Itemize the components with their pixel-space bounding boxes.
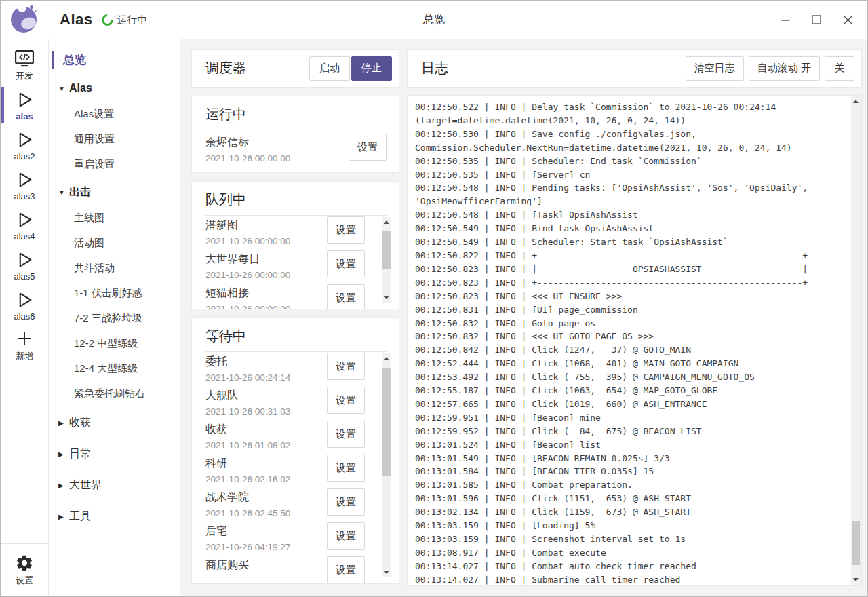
log-line: 00:13:14.027 | INFO | Submarine call tim… bbox=[415, 573, 842, 585]
task-setting-button[interactable]: 设置 bbox=[327, 250, 365, 277]
sidebar-item-alas5[interactable]: alas5 bbox=[1, 245, 48, 285]
menu-item-map-12-2[interactable]: 12-2 中型练级 bbox=[49, 331, 180, 356]
autoscroll-off-button[interactable]: 关 bbox=[825, 56, 854, 81]
log-line: 'OpsiMeowfficerFarming'] bbox=[415, 195, 842, 208]
task-setting-button[interactable]: 设置 bbox=[327, 522, 365, 550]
sidebar-item-alas[interactable]: alas bbox=[1, 85, 48, 125]
app-window: Alas 运行中 总览 开发alasalas2alas3alas4alas5al… bbox=[0, 0, 868, 597]
menu-item-group-combat[interactable]: ▼出击 bbox=[49, 178, 180, 206]
scroll-down-arrow-icon[interactable] bbox=[382, 292, 391, 303]
scrollbar-thumb[interactable] bbox=[382, 231, 391, 269]
task-name: 潜艇图 bbox=[205, 218, 327, 233]
log-line: 00:12:50.548 | INFO | [Task] OpsiAshAssi… bbox=[415, 208, 842, 222]
scheduler-section-2: 等待中委托2021-10-26 00:24:14设置大舰队2021-10-26 … bbox=[191, 317, 399, 584]
sidebar-item-settings[interactable]: 设置 bbox=[1, 550, 48, 590]
play-icon bbox=[14, 129, 35, 151]
task-row: 商店购买设置 bbox=[205, 556, 365, 583]
sidebar-item-alas6[interactable]: alas6 bbox=[1, 285, 48, 325]
menu-sidebar: 总览▼AlasAlas设置通用设置重启设置▼出击主线图活动图共斗活动1-1 伏击… bbox=[49, 39, 180, 596]
sidebar-item-label: 新增 bbox=[16, 350, 33, 362]
task-name: 后宅 bbox=[205, 524, 327, 539]
sidebar-item-alas3[interactable]: alas3 bbox=[1, 165, 48, 205]
task-list: 委托2021-10-26 00:24:14设置大舰队2021-10-26 00:… bbox=[205, 353, 365, 583]
task-next-run-time: 2021-10-26 00:31:03 bbox=[205, 406, 327, 417]
log-line: 00:12:50.549 | INFO | Scheduler: Start t… bbox=[415, 235, 842, 249]
menu-item-group-os[interactable]: ▶大世界 bbox=[49, 470, 180, 500]
task-next-run-time: 2021-10-26 01:08:02 bbox=[205, 440, 327, 450]
menu-item-overview[interactable]: 总览 bbox=[49, 47, 180, 72]
scrollbar-thumb[interactable] bbox=[852, 521, 860, 566]
task-list-scrollbar[interactable] bbox=[382, 353, 391, 577]
scroll-up-arrow-icon[interactable] bbox=[382, 353, 391, 364]
menu-item-campaign-main[interactable]: 主线图 bbox=[49, 206, 180, 231]
task-next-run-time: 2021-10-26 00:00:00 bbox=[205, 270, 327, 280]
task-row: 委托2021-10-26 00:24:14设置 bbox=[205, 353, 365, 387]
close-button[interactable] bbox=[832, 1, 863, 39]
log-line: 00:13:03.159 | INFO | [Loading] 5% bbox=[415, 519, 842, 533]
clear-log-button[interactable]: 清空日志 bbox=[686, 56, 744, 81]
menu-item-map-12-4[interactable]: 12-4 大型练级 bbox=[49, 356, 180, 381]
menu-item-restart-settings[interactable]: 重启设置 bbox=[49, 152, 180, 177]
task-row: 收获2021-10-26 01:08:02设置 bbox=[205, 421, 365, 455]
log-line: 00:13:01.584 | INFO | [BEACON_TIER 0.035… bbox=[415, 465, 842, 478]
menu-item-campaign-event[interactable]: 活动图 bbox=[49, 231, 180, 256]
menu-item-map-1-1[interactable]: 1-1 伏击刷好感 bbox=[49, 281, 180, 306]
menu-item-group-reward[interactable]: ▶收获 bbox=[49, 408, 180, 438]
menu-item-group-alas[interactable]: ▼Alas bbox=[49, 75, 180, 102]
log-line: 00:12:50.842 | INFO | Click (1247, 37) @… bbox=[415, 343, 842, 357]
task-setting-button[interactable]: 设置 bbox=[349, 134, 387, 161]
task-list-scrollbar[interactable] bbox=[382, 217, 391, 303]
task-setting-button[interactable]: 设置 bbox=[327, 353, 365, 380]
task-setting-button[interactable]: 设置 bbox=[327, 216, 365, 244]
task-row: 潜艇图2021-10-26 00:00:00设置 bbox=[205, 216, 365, 250]
play-icon bbox=[14, 289, 35, 311]
menu-item-coalition[interactable]: 共斗活动 bbox=[49, 256, 180, 281]
sidebar-item-label: alas bbox=[16, 111, 33, 121]
sidebar-item-label: alas3 bbox=[14, 191, 35, 201]
start-button[interactable]: 启动 bbox=[309, 56, 350, 81]
task-row: 余烬信标2021-10-26 00:00:00设置 bbox=[205, 134, 387, 168]
task-next-run-time: 2021-10-26 00:00:00 bbox=[205, 304, 327, 309]
log-line: 00:13:01.549 | INFO | [BEACON_REMAIN 0.0… bbox=[415, 452, 842, 465]
minimize-button[interactable] bbox=[770, 1, 801, 39]
task-row: 短猫相接2021-10-26 00:00:00设置 bbox=[205, 284, 365, 309]
task-list: 潜艇图2021-10-26 00:00:00设置大世界每日2021-10-26 … bbox=[205, 216, 365, 309]
sidebar-item-alas4[interactable]: alas4 bbox=[1, 205, 48, 245]
menu-item-group-tools[interactable]: ▶工具 bbox=[49, 501, 180, 531]
task-setting-button[interactable]: 设置 bbox=[327, 488, 365, 516]
stop-button[interactable]: 停止 bbox=[351, 56, 392, 81]
sidebar-item-label: alas6 bbox=[14, 311, 35, 322]
scroll-up-arrow-icon[interactable] bbox=[851, 96, 861, 107]
log-line: 00:12:55.187 | INFO | Click (1063, 654) … bbox=[415, 384, 842, 398]
log-scrollbar[interactable] bbox=[851, 96, 861, 585]
scroll-down-arrow-icon[interactable] bbox=[851, 575, 861, 585]
sidebar-item-alas2[interactable]: alas2 bbox=[1, 125, 48, 165]
log-line: 00:12:50.823 | INFO | +-----------------… bbox=[415, 276, 842, 290]
log-line: 00:13:14.027 | INFO | Combat auto check … bbox=[415, 560, 842, 573]
maximize-button[interactable] bbox=[801, 1, 832, 39]
sidebar-item-add[interactable]: 新增 bbox=[1, 325, 48, 365]
log-output: 00:12:50.522 | INFO | Delay task `Commis… bbox=[408, 96, 861, 585]
task-setting-button[interactable]: 设置 bbox=[327, 421, 365, 448]
task-setting-button[interactable]: 设置 bbox=[327, 387, 365, 414]
menu-item-urgent-commission[interactable]: 紧急委托刷钻石 bbox=[49, 381, 180, 406]
task-setting-button[interactable]: 设置 bbox=[327, 284, 365, 309]
sidebar-item-dev[interactable]: 开发 bbox=[1, 45, 48, 85]
titlebar: Alas 运行中 总览 bbox=[1, 1, 867, 39]
menu-item-group-daily[interactable]: ▶日常 bbox=[49, 439, 180, 469]
log-line: 00:12:50.535 | INFO | Scheduler: End tas… bbox=[415, 155, 842, 168]
task-setting-button[interactable]: 设置 bbox=[327, 455, 365, 482]
running-spinner-icon bbox=[100, 12, 116, 28]
menu-item-alas-settings[interactable]: Alas设置 bbox=[49, 102, 180, 127]
task-setting-button[interactable]: 设置 bbox=[327, 556, 365, 583]
scroll-up-arrow-icon[interactable] bbox=[382, 217, 391, 227]
scrollbar-thumb[interactable] bbox=[382, 368, 391, 476]
menu-item-general-settings[interactable]: 通用设置 bbox=[49, 127, 180, 152]
menu-item-map-7-2[interactable]: 7-2 三战捡垃圾 bbox=[49, 306, 180, 331]
scroll-down-arrow-icon[interactable] bbox=[382, 567, 391, 577]
task-row: 科研2021-10-26 02:16:02设置 bbox=[205, 455, 365, 488]
autoscroll-toggle-button[interactable]: 自动滚动 开 bbox=[749, 56, 820, 81]
status-text: 运行中 bbox=[117, 14, 147, 26]
sidebar-item-label: alas5 bbox=[14, 271, 35, 282]
log-line: 00:12:50.535 | INFO | [Server] cn bbox=[415, 168, 842, 182]
